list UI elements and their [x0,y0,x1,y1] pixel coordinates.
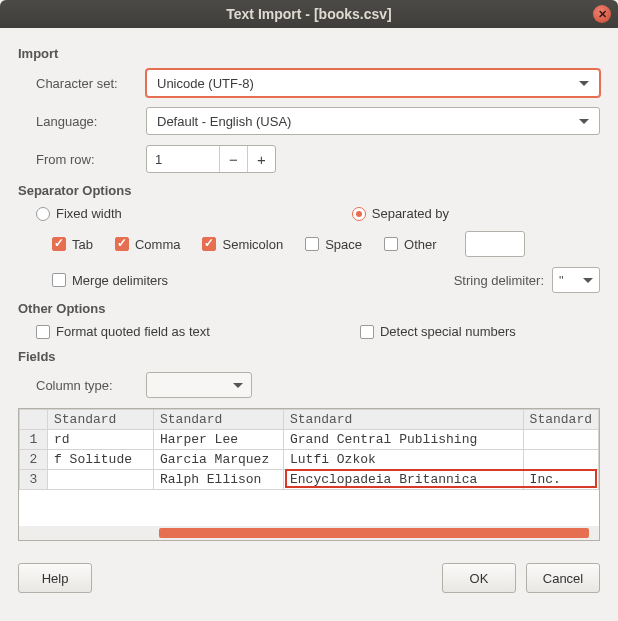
charset-select[interactable]: Unicode (UTF-8) [146,69,600,97]
column-type-label: Column type: [36,378,146,393]
cell: Grand Central Publishing [284,430,524,450]
row-number: 3 [20,470,48,490]
charset-label: Character set: [36,76,146,91]
fields-heading: Fields [18,349,600,364]
check-comma-label: Comma [135,237,181,252]
cancel-button[interactable]: Cancel [526,563,600,593]
check-detect-special-label: Detect special numbers [380,324,516,339]
check-merge-label: Merge delimiters [72,273,168,288]
import-heading: Import [18,46,600,61]
check-format-quoted[interactable]: Format quoted field as text [36,324,210,339]
checkbox-icon [52,237,66,251]
column-type-select[interactable] [146,372,252,398]
check-semicolon[interactable]: Semicolon [202,237,283,252]
col-header[interactable] [20,410,48,430]
col-header[interactable]: Standard [154,410,284,430]
radio-fixed-width-label: Fixed width [56,206,122,221]
col-header[interactable]: Standard [523,410,598,430]
cell: Harper Lee [154,430,284,450]
separator-heading: Separator Options [18,183,600,198]
cell [48,470,154,490]
cell: Inc. [523,470,598,490]
check-tab[interactable]: Tab [52,237,93,252]
checkbox-icon [305,237,319,251]
close-button[interactable]: ✕ [593,5,611,23]
check-space[interactable]: Space [305,237,362,252]
fromrow-spinner[interactable]: 1 − + [146,145,276,173]
check-other-label: Other [404,237,437,252]
checkbox-icon [360,325,374,339]
radio-separated-by-label: Separated by [372,206,449,221]
chevron-down-icon [583,278,593,283]
checkbox-icon [52,273,66,287]
fromrow-value: 1 [147,152,219,167]
string-delimiter-label: String delimiter: [454,273,544,288]
cell: Garcia Marquez [154,450,284,470]
check-comma[interactable]: Comma [115,237,181,252]
check-detect-special[interactable]: Detect special numbers [360,324,516,339]
chevron-down-icon [233,383,243,388]
check-tab-label: Tab [72,237,93,252]
check-space-label: Space [325,237,362,252]
row-number: 1 [20,430,48,450]
radio-icon [36,207,50,221]
checkbox-icon [384,237,398,251]
help-button[interactable]: Help [18,563,92,593]
row-number: 2 [20,450,48,470]
titlebar: Text Import - [books.csv] ✕ [0,0,618,28]
table-row[interactable]: 2 f Solitude Garcia Marquez Lutfi Ozkok [20,450,599,470]
string-delimiter-select[interactable]: " [552,267,600,293]
other-delimiter-input[interactable] [465,231,525,257]
table-header-row: Standard Standard Standard Standard [20,410,599,430]
cell: f Solitude [48,450,154,470]
cell [523,450,598,470]
language-select[interactable]: Default - English (USA) [146,107,600,135]
string-delimiter-value: " [559,273,564,288]
radio-icon [352,207,366,221]
cell: rd [48,430,154,450]
spinner-minus[interactable]: − [219,146,247,172]
cell: Lutfi Ozkok [284,450,524,470]
check-format-quoted-label: Format quoted field as text [56,324,210,339]
other-options-heading: Other Options [18,301,600,316]
checkbox-icon [115,237,129,251]
close-icon: ✕ [598,8,607,21]
radio-separated-by[interactable]: Separated by [352,206,449,221]
cell: Encyclopadeia Britannica [284,470,524,490]
check-other[interactable]: Other [384,237,437,252]
col-header[interactable]: Standard [48,410,154,430]
chevron-down-icon [579,81,589,86]
col-header[interactable]: Standard [284,410,524,430]
table-row[interactable]: 3 Ralph Ellison Encyclopadeia Britannica… [20,470,599,490]
charset-value: Unicode (UTF-8) [157,76,254,91]
spinner-plus[interactable]: + [247,146,275,172]
chevron-down-icon [579,119,589,124]
preview-table[interactable]: Standard Standard Standard Standard 1 rd… [18,408,600,541]
checkbox-icon [36,325,50,339]
check-semicolon-label: Semicolon [222,237,283,252]
checkbox-icon [202,237,216,251]
scrollbar-thumb[interactable] [159,528,589,538]
ok-button[interactable]: OK [442,563,516,593]
language-value: Default - English (USA) [157,114,291,129]
cell: Ralph Ellison [154,470,284,490]
language-label: Language: [36,114,146,129]
fromrow-label: From row: [36,152,146,167]
horizontal-scrollbar[interactable] [19,526,599,540]
check-merge-delimiters[interactable]: Merge delimiters [52,273,168,288]
window-title: Text Import - [books.csv] [8,6,610,22]
table-row[interactable]: 1 rd Harper Lee Grand Central Publishing [20,430,599,450]
cell [523,430,598,450]
radio-fixed-width[interactable]: Fixed width [36,206,122,221]
